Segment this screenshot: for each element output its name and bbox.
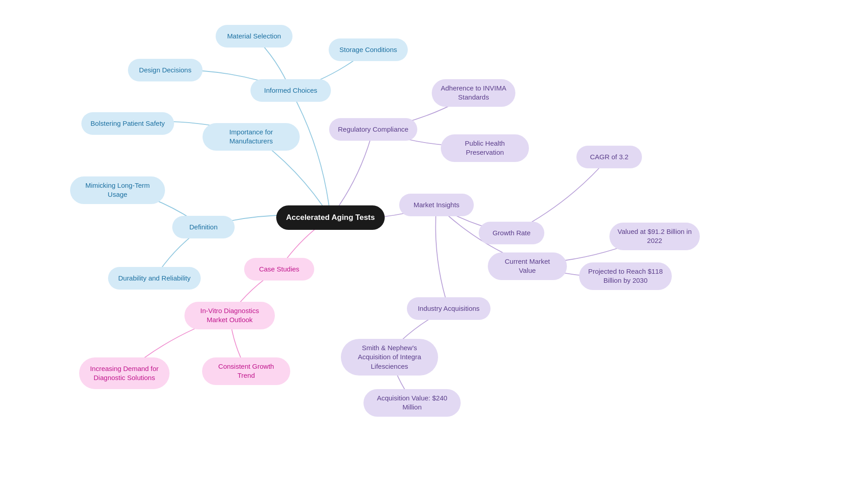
node-label-industry_acquisitions: Industry Acquisitions — [418, 304, 480, 313]
node-label-informed_choices: Informed Choices — [264, 86, 317, 95]
node-label-valued_91: Valued at $91.2 Billion in 2022 — [618, 227, 692, 246]
node-valued_91: Valued at $91.2 Billion in 2022 — [609, 223, 700, 250]
node-smith_nephew: Smith & Nephew's Acquisition of Integra … — [341, 339, 438, 376]
node-label-market_insights: Market Insights — [414, 200, 460, 209]
node-label-storage_conditions: Storage Conditions — [340, 45, 397, 54]
node-acquisition_value: Acquisition Value: $240 Million — [363, 389, 461, 417]
node-label-cagr: CAGR of 3.2 — [590, 152, 628, 162]
node-label-definition: Definition — [189, 223, 218, 232]
node-mimicking: Mimicking Long-Term Usage — [70, 176, 165, 204]
node-increasing_demand: Increasing Demand for Diagnostic Solutio… — [79, 357, 170, 389]
node-bolstering_patient: Bolstering Patient Safety — [81, 112, 174, 135]
node-label-regulatory: Regulatory Compliance — [338, 125, 409, 134]
node-label-importance_manufacturers: Importance for Manufacturers — [211, 128, 292, 146]
node-label-design_decisions: Design Decisions — [139, 66, 192, 75]
node-importance_manufacturers: Importance for Manufacturers — [203, 123, 300, 151]
node-consistent_growth: Consistent Growth Trend — [202, 357, 290, 385]
node-label-acquisition_value: Acquisition Value: $240 Million — [372, 394, 453, 412]
node-label-increasing_demand: Increasing Demand for Diagnostic Solutio… — [87, 364, 161, 383]
mind-map: Accelerated Aging TestsInformed ChoicesM… — [0, 0, 868, 490]
node-label-durability: Durability and Reliability — [118, 274, 190, 283]
node-label-smith_nephew: Smith & Nephew's Acquisition of Integra … — [349, 343, 430, 371]
node-current_market: Current Market Value — [488, 252, 567, 280]
node-projected_118: Projected to Reach $118 Billion by 2030 — [579, 262, 672, 290]
node-label-in_vitro: In-Vitro Diagnostics Market Outlook — [193, 306, 267, 325]
node-case_studies: Case Studies — [244, 258, 314, 281]
node-adherence: Adherence to INVIMA Standards — [432, 79, 515, 107]
node-label-bolstering_patient: Bolstering Patient Safety — [90, 119, 165, 128]
node-growth_rate: Growth Rate — [479, 222, 544, 244]
node-definition: Definition — [172, 216, 235, 238]
node-label-current_market: Current Market Value — [496, 257, 559, 276]
node-label-adherence: Adherence to INVIMA Standards — [440, 84, 507, 102]
node-label-consistent_growth: Consistent Growth Trend — [210, 362, 282, 381]
node-label-material_selection: Material Selection — [227, 32, 281, 41]
node-informed_choices: Informed Choices — [250, 79, 331, 102]
node-design_decisions: Design Decisions — [128, 59, 203, 81]
node-industry_acquisitions: Industry Acquisitions — [407, 297, 491, 320]
node-storage_conditions: Storage Conditions — [329, 38, 408, 61]
node-public_health: Public Health Preservation — [441, 134, 529, 162]
node-label-public_health: Public Health Preservation — [449, 139, 521, 157]
node-market_insights: Market Insights — [399, 194, 474, 216]
node-durability: Durability and Reliability — [108, 267, 201, 290]
node-label-projected_118: Projected to Reach $118 Billion by 2030 — [587, 267, 664, 285]
node-label-case_studies: Case Studies — [259, 265, 299, 274]
node-regulatory: Regulatory Compliance — [329, 118, 417, 141]
node-label-mimicking: Mimicking Long-Term Usage — [78, 181, 157, 200]
node-material_selection: Material Selection — [216, 25, 292, 48]
node-center: Accelerated Aging Tests — [276, 205, 385, 230]
node-label-center: Accelerated Aging Tests — [286, 213, 375, 223]
node-label-growth_rate: Growth Rate — [492, 228, 530, 238]
node-cagr: CAGR of 3.2 — [576, 146, 642, 168]
node-in_vitro: In-Vitro Diagnostics Market Outlook — [184, 302, 275, 329]
